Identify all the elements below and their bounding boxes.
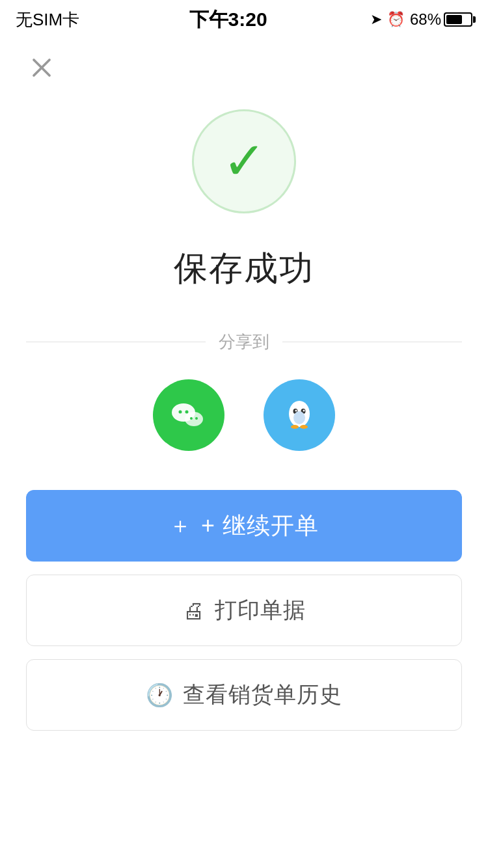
continue-button[interactable]: ＋ + 继续开单 (26, 490, 462, 562)
svg-point-5 (179, 411, 182, 414)
clock-icon: 🕐 (146, 682, 174, 708)
close-button[interactable] (26, 52, 57, 83)
battery: 68% (410, 10, 472, 29)
svg-point-15 (291, 425, 299, 429)
svg-point-8 (195, 417, 198, 420)
svg-point-12 (295, 410, 297, 412)
share-divider-row: 分享到 (26, 331, 462, 353)
share-icons-row (153, 379, 335, 451)
divider-left (26, 342, 206, 342)
battery-icon (444, 12, 472, 27)
share-label: 分享到 (219, 331, 269, 353)
location-icon: ➤ (370, 11, 382, 28)
alarm-icon: ⏰ (387, 11, 405, 28)
history-button[interactable]: 🕐 查看销货单历史 (26, 659, 462, 731)
main-content: ✓ 保存成功 分享到 (0, 90, 488, 868)
svg-point-13 (303, 410, 305, 412)
status-bar: 无SIM卡 下午3:20 ➤ ⏰ 68% (0, 0, 488, 39)
status-left: 无SIM卡 (16, 8, 86, 31)
divider-right (282, 342, 462, 342)
wechat-share-button[interactable] (153, 379, 224, 451)
svg-point-16 (300, 425, 308, 429)
checkmark-icon: ✓ (223, 135, 266, 187)
svg-point-7 (190, 417, 193, 420)
continue-label: + 继续开单 (201, 510, 319, 542)
carrier-text: 无SIM卡 (16, 8, 79, 31)
close-row (0, 39, 488, 90)
share-section: 分享到 (26, 331, 462, 451)
success-icon-circle: ✓ (192, 109, 296, 213)
svg-point-6 (185, 411, 189, 414)
print-button[interactable]: 🖨 打印单据 (26, 575, 462, 646)
history-label: 查看销货单历史 (183, 680, 342, 710)
plus-icon: ＋ (169, 511, 192, 541)
status-right: ➤ ⏰ 68% (370, 10, 472, 29)
success-title: 保存成功 (174, 246, 314, 292)
battery-text: 68% (410, 10, 441, 29)
printer-icon: 🖨 (183, 598, 206, 623)
svg-point-17 (293, 411, 305, 424)
print-label: 打印单据 (215, 595, 306, 625)
qq-share-button[interactable] (264, 379, 335, 451)
status-time: 下午3:20 (189, 7, 267, 33)
buttons-section: ＋ + 继续开单 🖨 打印单据 🕐 查看销货单历史 (26, 490, 462, 731)
svg-point-4 (185, 412, 203, 426)
